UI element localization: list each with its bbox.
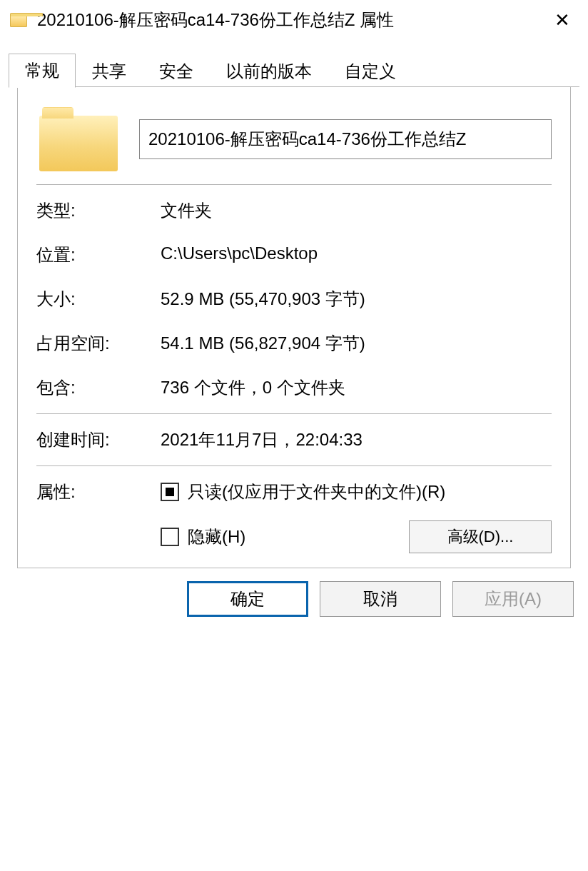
value-size: 52.9 MB (55,470,903 字节) xyxy=(161,288,552,311)
label-created: 创建时间: xyxy=(36,428,158,451)
advanced-button-label: 高级(D)... xyxy=(447,526,514,548)
label-contains: 包含: xyxy=(36,376,158,399)
cancel-button[interactable]: 取消 xyxy=(320,581,441,617)
value-size-disk: 54.1 MB (56,827,904 字节) xyxy=(161,332,552,355)
value-contains: 736 个文件，0 个文件夹 xyxy=(161,376,552,399)
label-location: 位置: xyxy=(36,243,158,266)
apply-button[interactable]: 应用(A) xyxy=(452,581,574,617)
hidden-checkbox[interactable] xyxy=(161,528,179,546)
value-type: 文件夹 xyxy=(161,199,552,222)
window-title: 20210106-解压密码ca14-736份工作总结Z 属性 xyxy=(37,9,542,31)
tabstrip: 常规 共享 安全 以前的版本 自定义 xyxy=(0,40,588,577)
readonly-label: 只读(仅应用于文件夹中的文件)(R) xyxy=(188,480,445,503)
ok-button[interactable]: 确定 xyxy=(187,581,308,617)
label-type: 类型: xyxy=(36,199,158,222)
cancel-button-label: 取消 xyxy=(363,588,397,610)
apply-button-label: 应用(A) xyxy=(485,588,542,610)
general-panel: 类型: 文件夹 位置: C:\Users\pc\Desktop 大小: 52.9… xyxy=(17,87,571,568)
value-created: 2021年11月7日，22:04:33 xyxy=(161,428,552,451)
tab-label: 以前的版本 xyxy=(226,60,312,83)
hidden-row: 隐藏(H) xyxy=(161,525,245,548)
advanced-button[interactable]: 高级(D)... xyxy=(409,520,552,553)
attributes-block: 属性: 只读(仅应用于文件夹中的文件)(R) 隐藏(H) 高级(D)... xyxy=(36,480,552,553)
tab-label: 安全 xyxy=(159,60,193,83)
divider xyxy=(36,413,552,414)
hidden-label: 隐藏(H) xyxy=(188,525,245,548)
ok-button-label: 确定 xyxy=(230,588,265,610)
folder-name-input[interactable] xyxy=(139,119,552,159)
dialog-button-bar: 确定 取消 应用(A) xyxy=(0,577,588,634)
tab-label: 共享 xyxy=(92,60,126,83)
label-size: 大小: xyxy=(36,288,158,311)
divider xyxy=(36,465,552,466)
tab-customize[interactable]: 自定义 xyxy=(328,54,412,88)
readonly-checkbox[interactable] xyxy=(161,483,179,501)
value-location: C:\Users\pc\Desktop xyxy=(161,243,552,266)
tab-label: 自定义 xyxy=(345,60,396,83)
folder-icon xyxy=(10,13,27,27)
properties-dialog: 20210106-解压密码ca14-736份工作总结Z 属性 ✕ 常规 共享 安… xyxy=(0,0,588,871)
titlebar: 20210106-解压密码ca14-736份工作总结Z 属性 ✕ xyxy=(0,0,588,40)
tab-sharing[interactable]: 共享 xyxy=(76,54,143,88)
tab-previous-versions[interactable]: 以前的版本 xyxy=(210,54,328,88)
readonly-row: 只读(仅应用于文件夹中的文件)(R) xyxy=(161,480,552,503)
tab-security[interactable]: 安全 xyxy=(143,54,210,88)
label-attributes: 属性: xyxy=(36,480,158,553)
divider xyxy=(36,184,552,185)
label-size-disk: 占用空间: xyxy=(36,332,158,355)
tab-label: 常规 xyxy=(25,59,59,82)
close-icon[interactable]: ✕ xyxy=(542,6,582,34)
info-grid-1: 类型: 文件夹 位置: C:\Users\pc\Desktop 大小: 52.9… xyxy=(36,199,552,399)
info-grid-2: 创建时间: 2021年11月7日，22:04:33 xyxy=(36,428,552,451)
tab-general[interactable]: 常规 xyxy=(9,54,76,88)
folder-large-icon xyxy=(39,107,118,171)
